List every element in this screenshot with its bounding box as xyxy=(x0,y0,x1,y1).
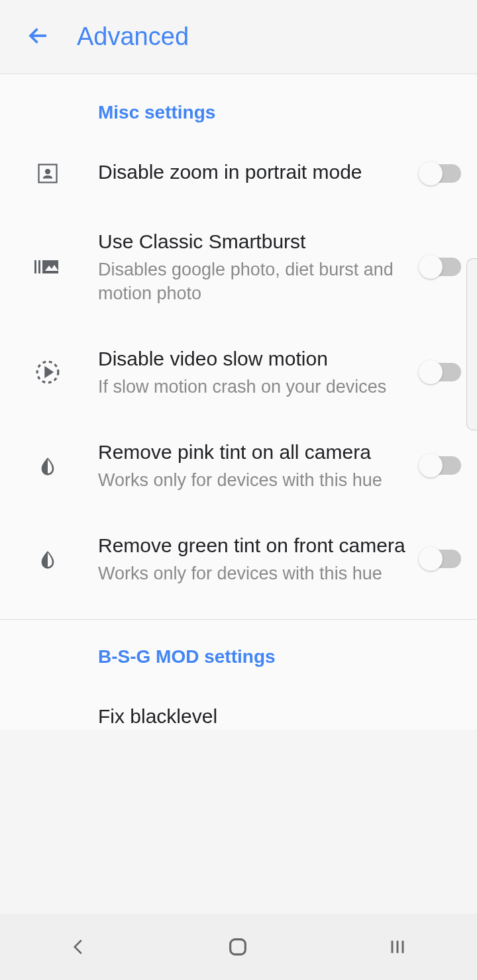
setting-remove-pink-tint[interactable]: Remove pink tint on all camera Works onl… xyxy=(0,419,477,513)
setting-text: Disable video slow motion If slow motion… xyxy=(64,346,420,399)
toggle-switch[interactable] xyxy=(420,164,461,183)
setting-title: Disable zoom in portrait mode xyxy=(98,159,407,186)
setting-subtitle: Works only for devices with this hue xyxy=(98,562,407,585)
svg-rect-9 xyxy=(231,940,246,955)
section-header-bsg: B-S-G MOD settings xyxy=(0,620,477,683)
setting-subtitle: If slow motion crash on your devices xyxy=(98,375,407,399)
burst-icon xyxy=(32,258,64,276)
toggle-switch[interactable] xyxy=(420,456,461,475)
setting-text: Remove pink tint on all camera Works onl… xyxy=(64,439,420,493)
svg-marker-8 xyxy=(46,368,52,377)
setting-fix-blacklevel[interactable]: Fix blacklevel xyxy=(0,683,477,730)
setting-subtitle: Disables google photo, diet burst and mo… xyxy=(98,258,407,306)
svg-point-2 xyxy=(46,170,50,173)
navigation-bar xyxy=(0,914,477,980)
setting-text: Remove green tint on front camera Works … xyxy=(64,532,420,586)
toggle-switch[interactable] xyxy=(420,550,461,568)
setting-disable-zoom-portrait[interactable]: Disable zoom in portrait mode xyxy=(0,139,477,209)
toggle-switch[interactable] xyxy=(420,363,461,381)
toggle-switch[interactable] xyxy=(420,258,461,276)
page-title: Advanced xyxy=(77,23,189,51)
setting-title: Fix blacklevel xyxy=(98,703,477,730)
svg-rect-3 xyxy=(34,260,36,273)
header: Advanced xyxy=(0,0,477,74)
svg-rect-5 xyxy=(42,260,58,273)
svg-rect-4 xyxy=(38,260,40,273)
setting-disable-slow-motion[interactable]: Disable video slow motion If slow motion… xyxy=(0,326,477,419)
nav-home-icon[interactable] xyxy=(227,936,249,958)
nav-back-icon[interactable] xyxy=(69,934,89,959)
settings-content: Misc settings Disable zoom in portrait m… xyxy=(0,74,477,730)
setting-title: Disable video slow motion xyxy=(98,346,407,373)
setting-classic-smartburst[interactable]: Use Classic Smartburst Disables google p… xyxy=(0,209,477,326)
setting-text: Disable zoom in portrait mode xyxy=(64,159,420,189)
setting-remove-green-tint[interactable]: Remove green tint on front camera Works … xyxy=(0,513,477,606)
setting-title: Remove green tint on front camera xyxy=(98,532,407,560)
setting-title: Use Classic Smartburst xyxy=(98,228,407,256)
scroll-indicator[interactable] xyxy=(466,258,477,430)
section-header-misc: Misc settings xyxy=(0,75,477,139)
setting-title: Remove pink tint on all camera xyxy=(98,439,407,466)
nav-recents-icon[interactable] xyxy=(387,936,408,957)
tint-icon xyxy=(32,548,64,569)
portrait-icon xyxy=(32,162,64,185)
setting-text: Use Classic Smartburst Disables google p… xyxy=(64,228,420,306)
back-arrow-icon[interactable] xyxy=(26,24,50,50)
tint-icon xyxy=(32,455,64,476)
slow-motion-icon xyxy=(32,360,64,385)
setting-subtitle: Works only for devices with this hue xyxy=(98,468,407,492)
